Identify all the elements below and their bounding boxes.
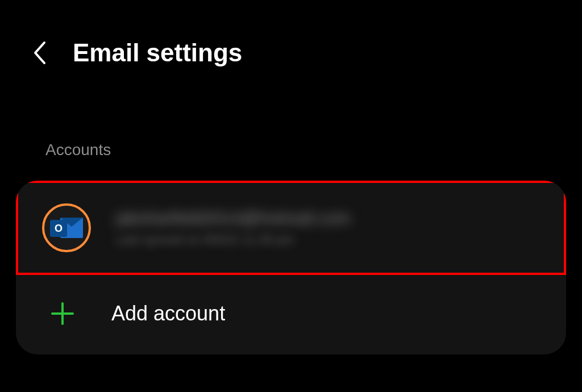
outlook-icon: O (50, 214, 83, 241)
accounts-section-label: Accounts (0, 67, 582, 159)
back-button[interactable] (28, 39, 51, 67)
account-row-outlook[interactable]: O jakoharfield2014@hotmail.com Last sync… (16, 181, 566, 275)
accounts-list: O jakoharfield2014@hotmail.com Last sync… (16, 181, 566, 355)
add-account-button[interactable]: Add account (16, 275, 566, 355)
plus-icon (49, 300, 76, 327)
page-title: Email settings (73, 39, 242, 67)
account-sync-status: Last synced on 9/9/22 11:35 pm (116, 232, 543, 247)
account-email: jakoharfield2014@hotmail.com (116, 208, 543, 228)
chevron-left-icon (33, 40, 47, 65)
add-account-label: Add account (111, 302, 225, 326)
outlook-account-icon: O (42, 203, 91, 252)
header: Email settings (0, 0, 582, 67)
account-text: jakoharfield2014@hotmail.com Last synced… (116, 208, 543, 247)
